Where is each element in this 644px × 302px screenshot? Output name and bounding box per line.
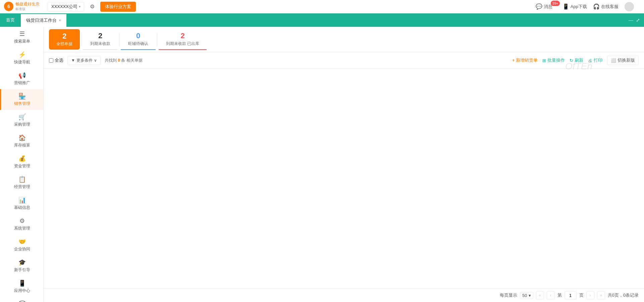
download-icon: 📱 [562, 3, 569, 10]
stat-all-num: 2 [62, 32, 66, 41]
stat-wangwang-card[interactable]: 0 旺辅待确认 [121, 29, 156, 50]
quick-nav-icon: ⚡ [18, 51, 26, 58]
wechat-icon: 💬 [18, 300, 26, 302]
table-area [44, 69, 644, 288]
sidebar-label: 新手引导 [14, 267, 30, 273]
app-center-icon: 📱 [18, 280, 26, 287]
stat-wangwang-label: 旺辅待确认 [128, 41, 148, 47]
stat-overdue-card[interactable]: 2 到期未收款 [83, 29, 118, 50]
sidebar-item-cooperation[interactable]: 🤝 企业协同 [0, 235, 43, 255]
sidebar-item-basic-info[interactable]: 📊 基础信息 [0, 193, 43, 214]
sidebar-item-wechat[interactable]: 💬 企业微信 [0, 297, 43, 302]
online-service-label: 在线客服 [601, 4, 619, 10]
company-selector[interactable]: XXXXXX公司 ▾ [48, 2, 84, 11]
inventory-icon: 🏠 [18, 134, 26, 141]
company-name: XXXXXX公司 [51, 4, 77, 10]
sidebar-label: 快捷导航 [14, 59, 30, 65]
avatar[interactable] [625, 2, 634, 11]
batch-ops-btn[interactable]: ⊞ 批量操作 [542, 57, 565, 63]
select-all-checkbox[interactable]: 全选 [49, 57, 63, 63]
sales-icon: 🏪 [18, 93, 26, 100]
sidebar-item-purchase[interactable]: 🛒 采购管理 [0, 110, 43, 131]
stat-all-card[interactable]: 2 全部单据 [49, 29, 80, 50]
system-icon: ⚙ [19, 217, 25, 225]
tab-bar: 首页 钱货日清工作台 × — ⤢ [0, 13, 644, 27]
online-service-btn[interactable]: 🎧 在线客服 [593, 3, 619, 10]
sidebar-item-sales[interactable]: 🏪 销售管理 [0, 89, 43, 110]
sidebar-label: 库存核算 [14, 142, 30, 148]
sidebar-item-guide[interactable]: 🎓 新手引导 [0, 255, 43, 276]
message-btn[interactable]: 💬 消息 99+ [532, 3, 556, 10]
sidebar-item-app-center[interactable]: 📱 应用中心 [0, 276, 43, 297]
stat-shipped-num: 2 [181, 32, 185, 40]
message-icon: 💬 [536, 3, 542, 10]
service-icon: 🎧 [593, 3, 600, 10]
sidebar-item-quick-nav[interactable]: ⚡ 快捷导航 [0, 48, 43, 68]
sidebar-label: 企业协同 [14, 246, 30, 252]
batch-icon: ⊞ [542, 58, 546, 63]
app-name: 畅捷通好生意 [15, 2, 40, 6]
maximize-icon[interactable]: ⤢ [636, 17, 640, 23]
sidebar-label: 搜索菜单 [14, 39, 30, 44]
next-page-btn[interactable]: › [586, 291, 594, 299]
stat-shipped-label: 到期未收款 已出库 [166, 41, 199, 47]
found-num: 0 [118, 58, 120, 63]
sidebar-item-system[interactable]: ⚙ 系统管理 [0, 214, 43, 235]
search-menu-icon: ☰ [19, 30, 25, 38]
tab-active[interactable]: 钱货日清工作台 × [21, 13, 66, 27]
top-bar: 6 畅捷通好生意 标准版 XXXXXX公司 ▾ ⚙ 体验行业方案 💬 消息 99… [0, 0, 644, 13]
last-page-btn[interactable]: » [597, 291, 605, 299]
stat-wangwang-num: 0 [136, 32, 140, 40]
first-page-btn[interactable]: « [536, 291, 544, 299]
refresh-icon: ↻ [570, 58, 573, 63]
sidebar-label: 应用中心 [14, 288, 30, 294]
marketing-icon: 📢 [18, 72, 26, 79]
sidebar-label: 销售管理 [14, 101, 30, 107]
content-area: 2 全部单据 2 到期未收款 0 旺辅待确认 2 到期未收款 已出库 [44, 27, 644, 302]
pagination-bar: 每页显示 50 ▾ « ‹ 第 页 › » 共0页，0条记录 [44, 288, 644, 302]
current-page-input[interactable] [565, 291, 577, 299]
page-size-select[interactable]: 50 ▾ [520, 292, 533, 299]
switch-version-btn[interactable]: ⬜ 切换新版 [607, 56, 639, 65]
logo-text-block: 畅捷通好生意 标准版 [15, 2, 40, 11]
sidebar-item-marketing[interactable]: 📢 营销推广 [0, 68, 43, 89]
found-text: 共找到 0 条 相关单据 [105, 58, 143, 63]
sidebar-item-operations[interactable]: 📋 经营管理 [0, 172, 43, 193]
sidebar-item-inventory[interactable]: 🏠 库存核算 [0, 131, 43, 152]
tab-label: 钱货日清工作台 [26, 17, 57, 23]
message-badge: 99+ [551, 1, 560, 6]
more-filters-btn[interactable]: ▼ 更多条件 ∨ [67, 56, 101, 65]
app-download-btn[interactable]: 📱 App下载 [562, 3, 587, 10]
main-layout: ☰ 搜索菜单 ⚡ 快捷导航 📢 营销推广 🏪 销售管理 🛒 采购管理 🏠 库存核… [0, 27, 644, 302]
sidebar-label: 系统管理 [14, 226, 30, 231]
sidebar-item-finance[interactable]: 💰 资金管理 [0, 152, 43, 172]
settings-button[interactable]: ⚙ [88, 2, 97, 11]
switch-icon: ⬜ [611, 58, 616, 63]
sidebar-label: 采购管理 [14, 122, 30, 127]
page-suffix: 页 [579, 292, 584, 298]
refresh-btn[interactable]: ↻ 刷新 [570, 57, 583, 63]
basic-info-icon: 📊 [18, 196, 26, 204]
prev-page-btn[interactable]: ‹ [547, 291, 555, 299]
print-btn[interactable]: 🖨 打印 [588, 57, 602, 63]
page-size-chevron: ▾ [529, 293, 531, 298]
add-sales-btn[interactable]: + 新增销货单 [512, 57, 538, 63]
stats-row: 2 全部单据 2 到期未收款 0 旺辅待确认 2 到期未收款 已出库 [44, 27, 644, 52]
stat-shipped-card[interactable]: 2 到期未收款 已出库 [159, 29, 207, 50]
sidebar-label: 营销推广 [14, 80, 30, 86]
guide-icon: 🎓 [18, 259, 26, 266]
select-all-label: 全选 [55, 57, 63, 63]
sidebar-label: 基础信息 [14, 205, 30, 210]
tab-bar-right: — ⤢ [629, 17, 644, 23]
tab-close-icon[interactable]: × [59, 18, 61, 23]
sidebar: ☰ 搜索菜单 ⚡ 快捷导航 📢 营销推广 🏪 销售管理 🛒 采购管理 🏠 库存核… [0, 27, 44, 302]
tab-home[interactable]: 首页 [0, 13, 21, 27]
operations-icon: 📋 [18, 176, 26, 183]
stat-overdue-num: 2 [98, 32, 102, 40]
sidebar-item-search-menu[interactable]: ☰ 搜索菜单 [0, 27, 43, 48]
trial-btn[interactable]: 体验行业方案 [100, 2, 136, 12]
select-all-input[interactable] [49, 58, 53, 63]
toolbar-right: + 新增销货单 ⊞ 批量操作 ↻ 刷新 🖨 打印 ⬜ 切换新版 [512, 56, 639, 65]
purchase-icon: 🛒 [18, 113, 26, 121]
minimize-icon[interactable]: — [629, 17, 633, 23]
